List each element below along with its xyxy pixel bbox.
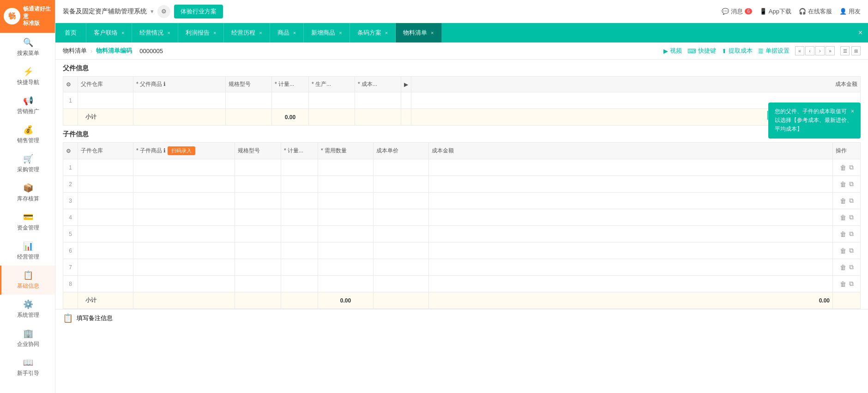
tab-goods[interactable]: 商品 × [270,23,304,42]
child-qty-1[interactable] [318,159,374,176]
list-view-button[interactable]: ☰ [840,46,850,55]
child-cost-unit-3[interactable] [374,193,429,209]
tab-new-goods[interactable]: 新增商品 × [304,23,350,42]
tab-bom-close[interactable]: × [431,30,434,36]
trial-button[interactable]: 体验行业方案 [174,5,223,18]
tab-customer[interactable]: 客户联络 × [86,23,132,42]
child-cost-unit-4[interactable] [374,209,429,226]
child-unit-4[interactable] [281,209,318,226]
prev-button[interactable]: ‹ [805,46,814,55]
child-cost-unit-5[interactable] [374,226,429,242]
next-button[interactable]: › [815,46,825,55]
sidebar-item-inventory[interactable]: 📦 库存核算 [0,178,55,207]
tab-barcode-close[interactable]: × [385,30,388,36]
copy-icon-8[interactable]: ⧉ [849,280,854,288]
child-unit-2[interactable] [281,176,318,193]
child-warehouse-6[interactable] [78,242,133,259]
child-cost-unit-7[interactable] [374,259,429,276]
breadcrumb-bom-code[interactable]: 物料清单编码 [96,47,132,55]
child-goods-8[interactable] [133,276,235,292]
child-warehouse-2[interactable] [78,176,133,193]
copy-icon-6[interactable]: ⧉ [849,247,854,254]
tab-operation-status-close[interactable]: × [167,30,170,36]
copy-icon-1[interactable]: ⧉ [849,163,854,171]
child-qty-3[interactable] [318,193,374,209]
sidebar-item-quick-nav[interactable]: ⚡ 快捷导航 [0,62,55,91]
card-view-button[interactable]: ⊞ [851,46,861,55]
tab-goods-close[interactable]: × [293,30,296,36]
tab-home[interactable]: 首页 [55,23,86,42]
parent-warehouse-1[interactable] [78,92,133,109]
topbar-dropdown-icon[interactable]: ▾ [151,8,154,15]
child-cost-unit-1[interactable] [374,159,429,176]
child-spec-7[interactable] [235,259,281,276]
tab-customer-close[interactable]: × [121,30,124,36]
sidebar-item-sales[interactable]: 💰 销售管理 [0,120,55,149]
delete-icon-4[interactable]: 🗑 [840,214,846,221]
child-warehouse-8[interactable] [78,276,133,292]
delete-icon-7[interactable]: 🗑 [840,264,846,271]
online-service-item[interactable]: 🎧 在线客服 [799,7,832,16]
child-goods-7[interactable] [133,259,235,276]
child-cost-unit-6[interactable] [374,242,429,259]
child-unit-6[interactable] [281,242,318,259]
sidebar-item-system[interactable]: ⚙️ 系统管理 [0,295,55,324]
sidebar-item-operation[interactable]: 📊 经营管理 [0,236,55,266]
tab-operation-status[interactable]: 经营情况 × [132,23,178,42]
child-unit-5[interactable] [281,226,318,242]
copy-icon-2[interactable]: ⧉ [849,180,854,188]
child-goods-5[interactable] [133,226,235,242]
child-unit-8[interactable] [281,276,318,292]
extract-cost-button[interactable]: ⬆ 提取成本 [722,47,753,55]
sidebar-item-enterprise[interactable]: 🏢 企业协同 [0,324,55,353]
nav-close-all-button[interactable]: × [853,29,868,37]
tab-barcode[interactable]: 条码方案 × [350,23,396,42]
tab-bom[interactable]: 物料清单 × [396,23,441,42]
copy-icon-5[interactable]: ⧉ [849,230,854,238]
parent-production-1[interactable] [309,92,355,109]
gear-button[interactable]: ⚙ [157,5,170,18]
single-settings-button[interactable]: ☰ 单据设置 [758,47,790,55]
tab-operation-history-close[interactable]: × [259,30,262,36]
copy-icon-7[interactable]: ⧉ [849,263,854,271]
breadcrumb-bom[interactable]: 物料清单 [63,47,87,55]
tab-profit-report-close[interactable]: × [213,30,216,36]
child-goods-2[interactable] [133,176,235,193]
child-goods-6[interactable] [133,242,235,259]
tab-new-goods-close[interactable]: × [339,30,342,36]
child-unit-7[interactable] [281,259,318,276]
parent-cost-1[interactable] [355,92,401,109]
scan-button[interactable]: 扫码录入 [168,146,195,155]
child-spec-1[interactable] [235,159,281,176]
sidebar-item-purchase[interactable]: 🛒 采购管理 [0,149,55,178]
child-spec-4[interactable] [235,209,281,226]
child-qty-4[interactable] [318,209,374,226]
sidebar-item-search[interactable]: 🔍 搜索菜单 [0,33,55,62]
tab-operation-history[interactable]: 经营历程 × [224,23,270,42]
delete-icon-2[interactable]: 🗑 [840,181,846,188]
child-qty-6[interactable] [318,242,374,259]
child-cost-unit-2[interactable] [374,176,429,193]
delete-icon-5[interactable]: 🗑 [840,230,846,238]
app-download-item[interactable]: 📱 App下载 [760,7,791,16]
th-child-settings[interactable]: ⚙ [63,143,78,159]
child-spec-6[interactable] [235,242,281,259]
parent-unit-1[interactable] [272,92,309,109]
child-goods-1[interactable] [133,159,235,176]
child-warehouse-7[interactable] [78,259,133,276]
child-warehouse-3[interactable] [78,193,133,209]
tooltip-close-button[interactable]: × [851,107,854,116]
child-spec-8[interactable] [235,276,281,292]
sidebar-item-marketing[interactable]: 📢 营销推广 [0,91,55,120]
child-unit-1[interactable] [281,159,318,176]
copy-icon-3[interactable]: ⧉ [849,197,854,205]
copy-icon-4[interactable]: ⧉ [849,213,854,221]
sidebar-item-newbie[interactable]: 📖 新手引导 [0,353,55,382]
delete-icon-3[interactable]: 🗑 [840,197,846,205]
delete-icon-8[interactable]: 🗑 [840,280,846,288]
child-unit-3[interactable] [281,193,318,209]
delete-icon-1[interactable]: 🗑 [840,164,846,171]
child-spec-2[interactable] [235,176,281,193]
child-warehouse-4[interactable] [78,209,133,226]
sidebar-item-finance[interactable]: 💳 资金管理 [0,207,55,236]
